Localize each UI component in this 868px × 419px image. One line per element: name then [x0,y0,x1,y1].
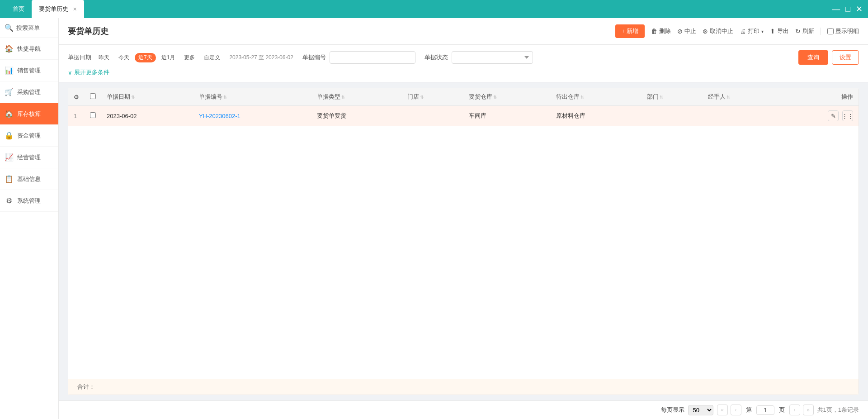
page-title: 要货单历史 [68,26,108,37]
more-icon: ⋮⋮ [842,113,854,119]
top-bar: 首页 要货单历史 ✕ — □ ✕ [0,0,868,18]
order-no-input[interactable] [330,51,415,64]
sidebar-item-label: 系统管理 [17,197,41,205]
tab-home[interactable]: 首页 [5,0,32,18]
row-checkbox[interactable] [90,112,96,118]
shortcut-more[interactable]: 更多 [180,53,198,62]
gear-icon[interactable]: ⚙ [74,94,79,100]
row-more-icon[interactable]: ⋮⋮ [842,110,853,121]
delete-button[interactable]: 🗑 删除 [651,27,671,35]
stop-button[interactable]: ⊘ 中止 [677,27,696,35]
shortcut-today[interactable]: 今天 [115,53,133,62]
data-table: ⚙ 单据日期⇅ 单据编号⇅ 单 [68,88,859,126]
filter-date: 单据日期 昨天 今天 近7天 近1月 更多 自定义 2023-05-27 至 2… [68,53,293,62]
stop-icon: ⊘ [677,28,683,35]
export-icon: ⬆ [770,28,775,35]
filter-order-no: 单据编号 [302,51,415,64]
page-prev-btn[interactable]: ‹ [731,405,741,415]
sidebar-item-label: 库存核算 [17,110,41,118]
cancel-stop-button[interactable]: ⊗ 取消中止 [703,27,733,35]
minimize-btn[interactable]: — [832,5,840,14]
col-pending-warehouse: 待出仓库⇅ [551,88,642,106]
order-no-link[interactable]: YH-20230602-1 [199,113,241,119]
chevron-down-icon: ∨ [68,69,72,76]
window-actions: — □ ✕ [832,4,863,14]
sidebar-item-sales[interactable]: 📊 销售管理 [0,60,58,81]
cell-dept [642,106,703,126]
cell-actions: ✎ ⋮⋮ [777,106,859,126]
new-button[interactable]: + 新增 [615,24,645,38]
search-icon: 🔍 [5,24,14,32]
shortcut-custom[interactable]: 自定义 [200,53,224,62]
delete-icon: 🗑 [651,28,657,35]
sidebar-item-system[interactable]: ⚙ 系统管理 [0,190,58,212]
expand-more[interactable]: ∨ 展开更多条件 [68,68,859,76]
date-filter-label: 单据日期 [68,53,91,62]
quick-nav-icon: 🏠 [5,44,14,53]
sidebar-item-inventory[interactable]: 🏠 库存核算 [0,103,58,125]
col-order-type: 单据类型⇅ [311,88,402,106]
cell-checkbox [85,106,101,126]
refresh-button-label: 刷新 [802,27,814,35]
sidebar-item-basic[interactable]: 📋 基础信息 [0,168,58,190]
inventory-icon: 🏠 [5,110,14,118]
page-label-after: 页 [779,406,785,414]
close-btn[interactable]: ✕ [856,4,863,14]
shortcut-7days[interactable]: 近7天 [135,53,156,62]
filter-status: 单据状态 [425,51,533,64]
col-dept: 部门⇅ [642,88,703,106]
page-number-input[interactable] [756,405,774,415]
refresh-button[interactable]: ↻ 刷新 [795,27,814,35]
sidebar-item-finance[interactable]: 🔒 资金管理 [0,125,58,147]
cell-order-type: 要货单要货 [311,106,402,126]
print-button-label: 打印 [748,27,760,35]
sidebar-item-label: 基础信息 [17,175,41,183]
cancel-stop-button-label: 取消中止 [710,27,733,35]
settings-button[interactable]: 设置 [832,50,859,65]
page-size-select[interactable]: 50 10 20 100 [688,405,713,415]
shortcut-yesterday[interactable]: 昨天 [95,53,113,62]
tab-history[interactable]: 要货单历史 ✕ [32,0,84,18]
print-button[interactable]: 🖨 打印 ▾ [740,27,764,35]
show-detail-checkbox[interactable] [827,28,834,34]
system-icon: ⚙ [5,196,14,205]
sidebar-search[interactable]: 🔍 搜索菜单 [0,18,58,38]
col-actions: 操作 [777,88,859,106]
cell-handler [703,106,777,126]
sidebar-item-label: 采购管理 [17,88,41,96]
cell-pending-warehouse: 原材料仓库 [551,106,642,126]
maximize-btn[interactable]: □ [845,5,850,14]
shortcut-1month[interactable]: 近1月 [158,53,179,62]
tab-home-label: 首页 [13,5,24,13]
operations-icon: 📈 [5,153,14,162]
finance-icon: 🔒 [5,131,14,140]
cell-date: 2023-06-02 [101,106,193,126]
col-order-no: 单据编号⇅ [193,88,311,106]
col-gear: ⚙ [68,88,85,106]
date-range-text: 2023-05-27 至 2023-06-02 [229,54,293,62]
select-all-checkbox[interactable] [90,93,96,99]
print-icon: 🖨 [740,28,746,35]
page-header: 要货单历史 + 新增 🗑 删除 ⊘ 中止 ⊗ 取消中止 [59,18,868,45]
sidebar-item-quick-nav[interactable]: 🏠 快捷导航 [0,38,58,60]
col-date: 单据日期⇅ [101,88,193,106]
page-first-btn[interactable]: « [717,405,728,415]
sidebar-item-label: 经营管理 [17,153,41,162]
filter-actions: 查询 设置 [798,50,859,65]
page-last-btn[interactable]: » [803,405,814,415]
pagination-bar: 每页显示 50 10 20 100 « ‹ 第 页 › » 共1页，1条记录 [59,400,868,419]
query-button[interactable]: 查询 [798,50,828,65]
row-edit-icon[interactable]: ✎ [828,110,839,121]
expand-more-label: 展开更多条件 [74,68,109,76]
sidebar-item-purchase[interactable]: 🛒 采购管理 [0,81,58,103]
table-container: ⚙ 单据日期⇅ 单据编号⇅ 单 [68,88,859,395]
tab-history-close[interactable]: ✕ [73,6,77,12]
sidebar-item-operations[interactable]: 📈 经营管理 [0,147,58,168]
export-button[interactable]: ⬆ 导出 [770,27,789,35]
page-next-btn[interactable]: › [789,405,800,415]
status-select[interactable] [452,51,533,64]
table-header-row: ⚙ 单据日期⇅ 单据编号⇅ 单 [68,88,859,106]
show-detail-check[interactable]: 显示明细 [827,27,859,35]
edit-icon: ✎ [831,113,836,119]
stop-button-label: 中止 [684,27,696,35]
